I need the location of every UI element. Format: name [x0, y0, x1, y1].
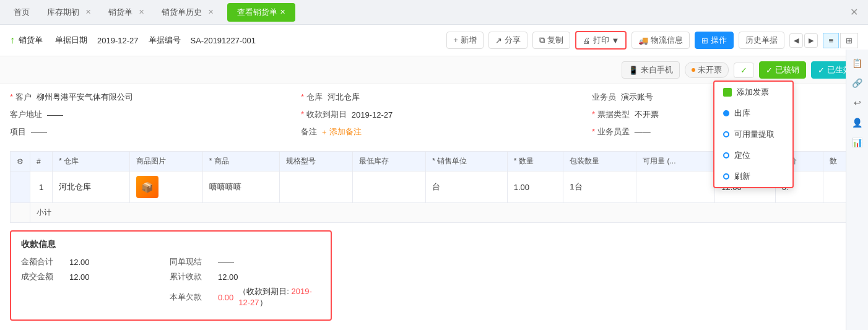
phone-icon: 📱	[628, 66, 638, 75]
share-button[interactable]: ↗ 分享	[488, 32, 527, 49]
print-label: 打印	[593, 35, 609, 46]
payment-row-3: 本单欠款 0.00 （收款到期日: 2019-12-27）	[21, 286, 321, 308]
cancel-label: 已核销	[775, 64, 799, 76]
history-button[interactable]: 历史单据	[739, 32, 784, 49]
owed-note: （收款到期日: 2019-12-27）	[238, 286, 321, 308]
amount-value: 12.00	[69, 258, 90, 267]
subtotal-row: 小计	[11, 203, 858, 223]
amount-field: 金额合计 12.00	[21, 256, 145, 267]
from-phone-button[interactable]: 📱 来自手机	[622, 61, 680, 79]
warehouse-value: 河北仓库	[328, 92, 360, 103]
number-label: 单据编号	[149, 35, 181, 46]
status-dot	[692, 68, 695, 72]
address-label: 客户地址	[10, 109, 42, 120]
warehouse-label: * 仓库	[301, 92, 323, 103]
window-close-button[interactable]: ✕	[850, 6, 858, 18]
tab-inventory-close[interactable]: ✕	[85, 8, 91, 16]
sidebar-link-button[interactable]: 🔗	[849, 74, 866, 92]
customer-field: * * 客户客户 柳州粤港平安气体有限公司	[10, 92, 276, 103]
add-note-button[interactable]: + 添加备注	[322, 126, 362, 137]
owed-value: 0.00	[218, 293, 233, 302]
col-settings[interactable]: ⚙	[11, 152, 30, 172]
sidebar-undo-button[interactable]: ↩	[849, 94, 866, 111]
add-invoice-label: 添加发票	[737, 87, 769, 98]
add-note-label: 添加备注	[329, 126, 362, 137]
next-button[interactable]: ▶	[804, 33, 818, 48]
row-settings[interactable]	[11, 172, 30, 203]
available-extract-item[interactable]: 可用量提取	[714, 124, 792, 145]
payment-row-2: 成交金额 12.00 累计收款 12.00	[21, 271, 321, 282]
tab-view-sales-label: 查看销货单	[237, 7, 277, 18]
tab-bar: 首页 库存期初 ✕ 销货单 ✕ 销货单历史 ✕ 查看销货单 ✕ ✕	[0, 0, 868, 25]
locate-icon	[723, 152, 729, 158]
effective-icon: ✓	[818, 66, 825, 75]
payment-date-field: * 收款到期日 2019-12-27	[301, 109, 567, 120]
operations-button[interactable]: ⊞ 操作	[695, 32, 734, 49]
row-image: 📦	[129, 172, 202, 203]
row-min-stock	[353, 172, 426, 203]
logistics-icon: 🚚	[638, 36, 648, 45]
cancel-button[interactable]: ✓ 已核销	[759, 61, 806, 79]
settlement-label: 同单现结	[170, 256, 213, 267]
owed-date: 2019-12-27	[238, 287, 311, 307]
add-icon: +	[322, 128, 327, 137]
list-view-button[interactable]: ≡	[823, 33, 839, 48]
add-invoice-item[interactable]: 添加发票	[714, 82, 792, 103]
col-image: 商品图片	[129, 152, 202, 172]
view-toggle: ≡ ⊞	[823, 33, 858, 48]
sidebar-chart-button[interactable]: 📊	[849, 134, 866, 151]
col-qty: * 数量	[507, 152, 563, 172]
cumulative-label: 累计收款	[170, 271, 213, 282]
customer-value: 柳州粤港平安气体有限公司	[37, 92, 133, 103]
toolbar: + 新增 ↗ 分享 ⧉ 复制 🖨 打印 ▼ 🚚 物流信息 ⊞ 操作	[446, 31, 858, 50]
grid-view-button[interactable]: ⊞	[840, 33, 858, 48]
sidebar-user-button[interactable]: 👤	[849, 114, 866, 131]
nav-arrows: ◀ ▶	[789, 33, 818, 48]
print-button[interactable]: 🖨 打印 ▼	[575, 31, 627, 50]
doc-meta: 单据日期 2019-12-27 单据编号 SA-20191227-001	[55, 35, 256, 46]
note-field: 备注 + 添加备注	[301, 126, 567, 137]
amount-label: 金额合计	[21, 256, 64, 267]
tab-inventory-label: 库存期初	[47, 7, 79, 18]
ticket-value: 不开票	[635, 109, 659, 120]
transaction-field: 成交金额 12.00	[21, 271, 145, 282]
sidebar-doc-button[interactable]: 📋	[849, 54, 866, 72]
copy-button[interactable]: ⧉ 复制	[532, 32, 570, 49]
tab-sales-close[interactable]: ✕	[139, 8, 144, 16]
operations-label: 操作	[711, 35, 727, 46]
tab-history-label: 销货单历史	[162, 7, 202, 18]
print-dropdown-icon: ▼	[612, 36, 620, 45]
tab-history[interactable]: 销货单历史 ✕	[153, 2, 222, 23]
tab-sales[interactable]: 销货单 ✕	[100, 2, 153, 23]
payment-date-value: 2019-12-27	[352, 110, 393, 119]
logistics-button[interactable]: 🚚 物流信息	[631, 32, 690, 49]
row-qty: 1.00	[507, 172, 563, 203]
outbound-label: 出库	[734, 108, 750, 119]
locate-item[interactable]: 定位	[714, 145, 792, 166]
tab-home-label: 首页	[14, 7, 30, 18]
logistics-label: 物流信息	[651, 35, 683, 46]
tab-view-sales[interactable]: 查看销货单 ✕	[227, 3, 295, 22]
invoice-status-badge[interactable]: 未开票	[685, 62, 729, 78]
cumulative-value: 12.00	[218, 272, 238, 282]
add-button[interactable]: + 新增	[446, 32, 483, 49]
add-label: + 新增	[453, 35, 476, 46]
date-label: 单据日期	[55, 35, 87, 46]
tab-view-sales-close[interactable]: ✕	[280, 8, 285, 16]
available-extract-label: 可用量提取	[734, 129, 775, 140]
prev-button[interactable]: ◀	[789, 33, 803, 48]
warehouse-field: * 仓库 河北仓库	[301, 92, 567, 103]
tab-home[interactable]: 首页	[5, 2, 38, 23]
refresh-item[interactable]: 刷新	[714, 166, 792, 187]
confirm-button[interactable]: ✓	[734, 63, 754, 78]
row-num: 1	[30, 172, 53, 203]
tab-inventory[interactable]: 库存期初 ✕	[38, 2, 100, 23]
tab-history-close[interactable]: ✕	[208, 8, 214, 16]
date-value: 2019-12-27	[97, 36, 139, 45]
row-available	[636, 172, 715, 203]
salesperson-label: * 业务员孟	[592, 126, 630, 137]
payment-title: 收款信息	[21, 239, 321, 250]
doc-title: ↑ 销货单	[10, 35, 43, 46]
copy-icon: ⧉	[539, 35, 545, 45]
outbound-item[interactable]: 出库	[714, 103, 792, 124]
